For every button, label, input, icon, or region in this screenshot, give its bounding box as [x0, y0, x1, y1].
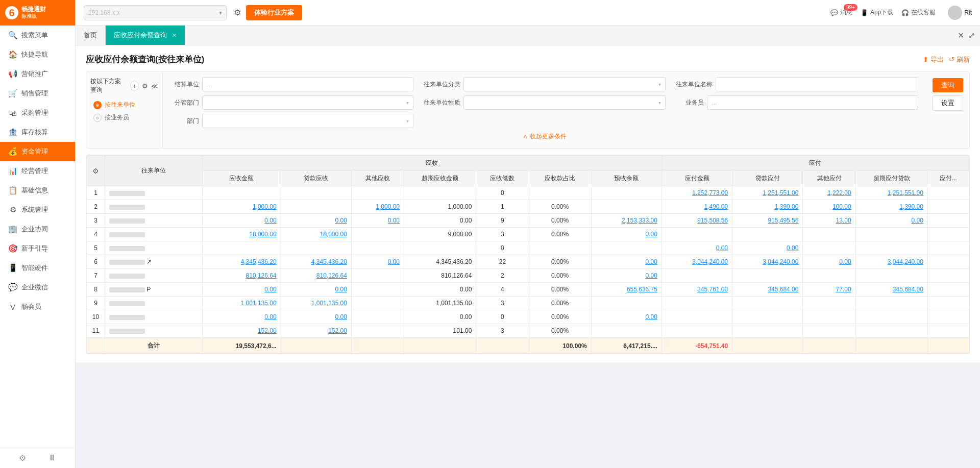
add-scheme-button[interactable]: + [130, 81, 139, 91]
close-window-icon[interactable]: ✕ [958, 31, 964, 40]
tab-home[interactable]: 首页 [76, 26, 106, 45]
num-link[interactable]: 1,390.00 [775, 203, 799, 210]
num-link[interactable]: 810,126.64 [246, 272, 277, 279]
num-link[interactable]: 0.00 [264, 286, 276, 293]
scheme-item-partner[interactable]: ⊕ 按往来单位 [90, 98, 158, 111]
num-link[interactable]: 0.00 [646, 258, 657, 265]
filter-input-category[interactable]: ▾ [463, 77, 666, 91]
filter-input-name[interactable] [716, 77, 918, 91]
table-settings-icon[interactable]: ⚙ [92, 167, 99, 175]
collapse-button[interactable]: ∧ 收起更多条件 [171, 130, 918, 143]
tab-ar-query[interactable]: 应收应付余额查询 ✕ [106, 26, 185, 45]
num-link[interactable]: 1,222.00 [827, 189, 851, 196]
num-link[interactable]: 152.00 [258, 327, 277, 334]
num-link[interactable]: 345,761.00 [697, 286, 728, 293]
num-link[interactable]: 3,044,240.00 [763, 258, 798, 265]
num-link[interactable]: 0.00 [264, 217, 276, 224]
num-link[interactable]: 0.00 [335, 313, 347, 321]
sidebar-item-stock[interactable]: 🏦库存核算 [0, 122, 75, 142]
num-link[interactable]: 0.00 [646, 231, 657, 238]
sidebar-item-hardware[interactable]: 📱智能硬件 [0, 258, 75, 278]
filter-input-nature[interactable]: ▾ [463, 95, 666, 110]
num-link[interactable]: 4,345,436.20 [241, 258, 277, 265]
cell-ar-prepay [591, 324, 662, 338]
num-link[interactable]: 0.00 [912, 217, 923, 224]
scheme-item-salesperson[interactable]: ○ 按业务员 [90, 111, 158, 124]
num-link[interactable]: 0.00 [388, 217, 400, 224]
filter-label-salesperson: 业务员 [676, 98, 704, 107]
num-link[interactable]: 0.00 [264, 313, 276, 321]
num-link[interactable]: 3,044,240.00 [888, 258, 923, 265]
sidebar-item-search[interactable]: 🔍搜索菜单 [0, 26, 75, 45]
num-link[interactable]: 915,508.56 [697, 217, 728, 224]
scheme-collapse-icon[interactable]: ≪ [151, 82, 158, 90]
num-link[interactable]: 152.00 [328, 327, 347, 334]
num-link[interactable]: 1,251,551.00 [763, 189, 798, 196]
sidebar-item-basic[interactable]: 📋基础信息 [0, 181, 75, 200]
num-link[interactable]: 0.00 [335, 286, 347, 293]
sidebar-item-member[interactable]: V畅会员 [0, 297, 75, 316]
filter-input-subdept[interactable]: ▾ [202, 114, 413, 128]
sidebar-item-system[interactable]: ⚙系统管理 [0, 200, 75, 219]
num-link[interactable]: 810,126.64 [316, 272, 347, 279]
message-button[interactable]: 💬 消息 99+ [830, 8, 852, 17]
sidebar-item-home[interactable]: 🏠快捷导航 [0, 45, 75, 64]
settings-bottom-icon[interactable]: ⚙ [19, 453, 26, 463]
sidebar-item-marketing[interactable]: 📢营销推广 [0, 64, 75, 84]
num-link[interactable]: 18,000.00 [320, 231, 347, 238]
num-link[interactable]: 0.00 [716, 244, 728, 252]
num-link[interactable]: 0.00 [388, 258, 400, 265]
filter-input-salesperson[interactable]: ... [707, 95, 918, 110]
sidebar-item-guide[interactable]: 🎯新手引导 [0, 239, 75, 258]
sidebar-item-finance[interactable]: 💰资金管理 [0, 142, 75, 161]
num-link[interactable]: 1,000.00 [253, 203, 277, 210]
sidebar-item-purchase[interactable]: 🛍采购管理 [0, 103, 75, 122]
num-link[interactable]: 1,000.00 [376, 203, 400, 210]
num-link[interactable]: 1,252,773.00 [692, 189, 728, 196]
scheme-settings-icon[interactable]: ⚙ [142, 82, 148, 90]
cell-ap-other [803, 297, 855, 310]
filter-input-dept[interactable]: ▾ [202, 95, 413, 110]
num-link[interactable]: 345,684.00 [768, 286, 798, 293]
trial-button[interactable]: 体验行业方案 [246, 5, 302, 20]
num-link[interactable]: 1,001,135.00 [241, 300, 277, 307]
online-service-button[interactable]: 🎧 在线客服 [901, 8, 936, 17]
num-link[interactable]: 0.00 [646, 313, 657, 321]
user-menu[interactable]: Rit [944, 6, 972, 20]
sidebar-item-corp[interactable]: 🏢企业协同 [0, 219, 75, 239]
num-link[interactable]: 1,490.00 [704, 203, 728, 210]
export-button[interactable]: ⬆ 导出 [923, 55, 944, 64]
num-link[interactable]: 77.00 [836, 286, 851, 293]
num-link[interactable]: 655,636.75 [627, 286, 657, 293]
num-link[interactable]: 2,153,333.00 [622, 217, 657, 224]
num-link[interactable]: 0.00 [646, 272, 657, 279]
num-link[interactable]: 0.00 [787, 244, 798, 252]
setting-button[interactable]: 设置 [933, 95, 963, 111]
num-link[interactable]: 345,684.00 [893, 286, 923, 293]
num-link[interactable]: 13.00 [836, 217, 851, 224]
num-link[interactable]: 3,044,240.00 [692, 258, 728, 265]
sidebar-item-wechat[interactable]: 💬企业微信 [0, 278, 75, 297]
num-link[interactable]: 915,495.56 [768, 217, 798, 224]
num-link[interactable]: 18,000.00 [249, 231, 276, 238]
query-button[interactable]: 查询 [933, 78, 963, 92]
cell-ap-loan: 345,684.00 [732, 283, 803, 297]
address-bar[interactable]: 192.168.x.x ▾ [84, 5, 227, 20]
sidebar-item-sales[interactable]: 🛒销售管理 [0, 84, 75, 103]
num-link[interactable]: 1,390.00 [899, 203, 923, 210]
filter-input-settlement[interactable]: ... [202, 77, 413, 91]
tab-close-icon[interactable]: ✕ [172, 32, 177, 38]
num-link[interactable]: 4,345,436.20 [311, 258, 347, 265]
app-download-button[interactable]: 📱 App下载 [861, 8, 893, 17]
num-link[interactable]: 1,001,135.00 [311, 300, 347, 307]
sidebar-item-operation[interactable]: 📊经营管理 [0, 161, 75, 181]
maximize-icon[interactable]: ⤢ [968, 31, 975, 40]
num-link[interactable]: 1,251,551.00 [888, 189, 923, 196]
num-link[interactable]: 100.00 [832, 203, 851, 210]
cell-ar-prepay: 0.00 [591, 269, 662, 283]
num-link[interactable]: 0.00 [335, 217, 347, 224]
gear-icon[interactable]: ⚙ [234, 8, 241, 17]
refresh-button[interactable]: ↺ 刷新 [949, 55, 970, 64]
collapse-icon[interactable]: ⏸ [48, 453, 56, 463]
num-link[interactable]: 0.00 [839, 258, 851, 265]
